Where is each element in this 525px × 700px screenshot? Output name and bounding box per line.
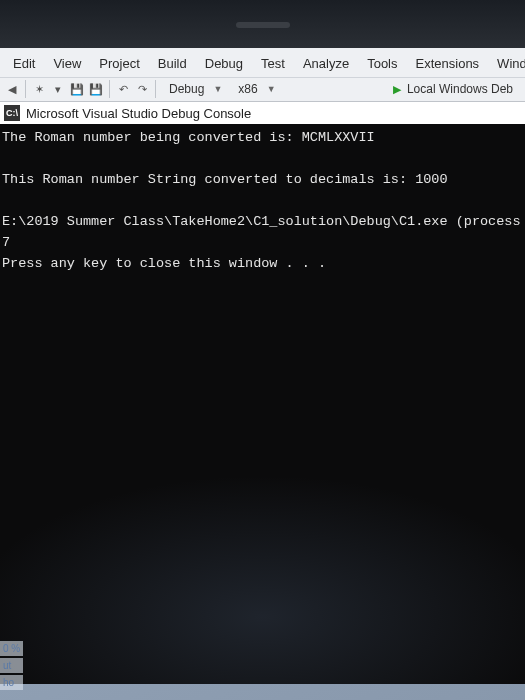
side-tab[interactable]: ho [0,675,23,690]
monitor-bezel [0,0,525,48]
menu-items: Edit View Project Build Debug Test Analy… [4,54,521,73]
menu-debug[interactable]: Debug [196,54,252,73]
menu-bar: Edit View Project Build Debug Test Analy… [0,48,525,77]
console-line: E:\2019 Summer Class\TakeHome2\C1_soluti… [2,212,523,254]
toolbar: ◀ ✶ ▾ 💾 💾 ↶ ↷ Debug ▼ x86 ▼ ▶ Local Wind… [0,77,525,101]
debug-target-button[interactable]: ▶ Local Windows Deb [385,81,521,97]
menu-view[interactable]: View [44,54,90,73]
console-line: The Roman number being converted is: MCM… [2,128,523,149]
redo-icon[interactable]: ↷ [134,81,150,97]
menu-edit[interactable]: Edit [4,54,44,73]
open-icon[interactable]: ▾ [50,81,66,97]
debug-target-label: Local Windows Deb [401,81,519,97]
play-icon: ▶ [393,83,401,96]
nav-back-icon[interactable]: ◀ [4,81,20,97]
side-tab-strip: 0 % ut ho [0,641,23,692]
new-icon[interactable]: ✶ [31,81,47,97]
configuration-label: Debug [163,81,210,97]
menu-test[interactable]: Test [252,54,294,73]
console-line [2,149,523,170]
menu-extensions[interactable]: Extensions [407,54,489,73]
side-tab[interactable]: ut [0,658,23,673]
side-tab[interactable]: 0 % [0,641,23,656]
separator [25,80,26,98]
menu-tools[interactable]: Tools [358,54,406,73]
platform-label: x86 [232,81,263,97]
menu-analyze[interactable]: Analyze [294,54,358,73]
console-title-bar: C:\ Microsoft Visual Studio Debug Consol… [0,101,525,124]
console-output[interactable]: The Roman number being converted is: MCM… [0,124,525,684]
save-icon[interactable]: 💾 [69,81,85,97]
console-title: Microsoft Visual Studio Debug Console [26,106,251,121]
platform-dropdown[interactable]: x86 ▼ [230,81,280,97]
console-line: Press any key to close this window . . . [2,254,523,275]
menu-project[interactable]: Project [90,54,148,73]
chevron-down-icon: ▼ [210,84,225,94]
speaker-grille [236,22,290,28]
console-line: This Roman number String converted to de… [2,170,523,191]
menu-build[interactable]: Build [149,54,196,73]
menu-window[interactable]: Windo [488,54,525,73]
undo-icon[interactable]: ↶ [115,81,131,97]
separator [109,80,110,98]
chevron-down-icon: ▼ [264,84,279,94]
save-all-icon[interactable]: 💾 [88,81,104,97]
configuration-dropdown[interactable]: Debug ▼ [161,81,227,97]
console-icon: C:\ [4,105,20,121]
console-line [2,191,523,212]
separator [155,80,156,98]
